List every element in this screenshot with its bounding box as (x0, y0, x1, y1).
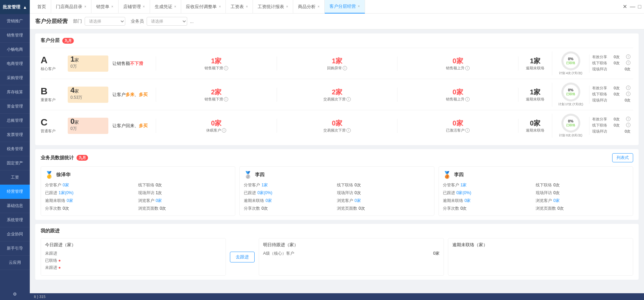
goto-followup-button[interactable]: 去跟进 (230, 252, 255, 262)
sidebar-item-micro-ecom[interactable]: 小畅电商 (0, 43, 30, 57)
staff-card-1: 🥈 李四 分管客户 1家 线下联络 0次 已跟进 0家(0%) 现场拜访 0次 … (239, 166, 434, 216)
tab-product-analysis[interactable]: 商品分析× (293, 0, 325, 14)
tier-circle-b: 0% 已联络 计划 17次 (7天/次) (552, 83, 589, 107)
tab-close-sales-order[interactable]: × (111, 5, 113, 8)
tab-customer-tier[interactable]: 客户分层经营× (325, 0, 365, 14)
staff-card-0: 🥇 徐泽华 分管客户 0家 线下联络 0次 已跟进 1家(0%) 现场拜访 1次… (41, 166, 235, 216)
info-icon[interactable]: i (465, 66, 470, 70)
staff-stat: 分管客户 0家 (45, 182, 138, 188)
tier-metric: 1家 销售额下滑 i (156, 56, 277, 71)
sidebar-item-assets[interactable]: 固定资产 (0, 156, 30, 170)
staff-stat: 分管客户 1家 (244, 182, 337, 188)
tomorrow-followup-title: 明日待跟进（家） (263, 242, 439, 248)
extra-info-icon[interactable]: i (626, 123, 630, 127)
sidebar-item-payroll[interactable]: 工资 (0, 170, 30, 185)
staff-stat: 线下联络 0次 (337, 182, 430, 188)
info-icon[interactable]: i (346, 97, 351, 101)
extra-info-icon[interactable]: i (626, 61, 630, 65)
tab-payroll-stat[interactable]: 工资统计报表× (253, 0, 293, 14)
tab-expand-icon[interactable]: □ (638, 4, 641, 10)
tier-circle-a: 0% 已联络 计划 4次 (7天/次) (552, 51, 589, 75)
staff-stat: 分享次数 0次 (45, 206, 138, 211)
sidebar-header[interactable]: 批发管理 ▲ (0, 0, 30, 14)
sidebar-item-cloud[interactable]: 云应用 (0, 256, 30, 270)
sidebar-item-invoice[interactable]: 发票管理 (0, 128, 30, 142)
staff-select[interactable]: 请选择 (147, 17, 187, 26)
tier-row-a: A 核心客户 1家 0万 让销售额不下滑 1家 销售额下滑 i 1家 回购异常 … (41, 48, 633, 79)
tab-close-product-analysis[interactable]: × (318, 5, 320, 8)
sidebar-item-base[interactable]: 基础信息 (0, 199, 30, 213)
tab-receivable[interactable]: 应收应付调整单× (181, 0, 226, 14)
tab-voucher[interactable]: 生成凭证× (150, 0, 181, 14)
content-header: 客户分层经营 部门 请选择 业务员 请选择 ... (30, 14, 644, 29)
tab-sales-order[interactable]: 销货单× (91, 0, 119, 14)
info-icon[interactable]: i (222, 128, 226, 133)
tier-tip-b: 让客户多来、多买 (108, 92, 156, 98)
sidebar-item-inventory[interactable]: 库存核算 (0, 85, 30, 99)
progress-circle: 0% 已联络 (561, 83, 580, 101)
tab-store-products[interactable]: 门店商品目录× (51, 0, 91, 14)
staff-name-1: 李四 (255, 172, 264, 178)
info-icon[interactable]: i (224, 66, 228, 70)
info-icon[interactable]: i (465, 128, 470, 133)
tab-close-payroll-stat[interactable]: × (286, 5, 288, 8)
info-icon[interactable]: i (465, 97, 470, 101)
extra-info-icon[interactable]: i (626, 92, 630, 96)
tier-contact-a: 1家 逾期未联络 (518, 56, 552, 71)
gear-icon[interactable]: ⚙ (0, 288, 30, 300)
tab-close-voucher[interactable]: × (174, 5, 176, 8)
month-badge: 九月 (62, 38, 74, 44)
sidebar-item-marketing[interactable]: 营销推广 (0, 14, 30, 28)
followup-title: 我的跟进 (41, 228, 633, 234)
list-view-button[interactable]: 列表式 (612, 153, 633, 162)
info-icon[interactable]: i (343, 66, 347, 70)
dept-select[interactable]: 请选择 (85, 17, 125, 26)
tab-close-payroll-table[interactable]: × (246, 5, 248, 8)
sidebar-item-finance[interactable]: 资金管理 (0, 99, 30, 114)
tab-bar: 首页门店商品目录×销货单×店铺管理×生成凭证×应收应付调整单×工资表×工资统计报… (30, 0, 644, 14)
sidebar-item-collab[interactable]: 企业协同 (0, 227, 30, 241)
more-options-icon[interactable]: ... (190, 19, 194, 24)
extra-info-icon[interactable]: i (626, 117, 630, 121)
tier-count-a: 1家 0万 (68, 53, 108, 74)
staff-stat: 已跟进 1家(0%) (45, 190, 138, 196)
staff-stat: 逾期未联络 0家 (443, 198, 536, 204)
sidebar-item-system[interactable]: 系统管理 (0, 213, 30, 227)
tier-count-b: 4家 0.53万 (68, 85, 108, 105)
sidebar: 批发管理 ▲ 营销推广销售管理小畅电商电商管理采购管理库存核算资金管理总账管理发… (0, 0, 30, 300)
sidebar-item-tax[interactable]: 税务管理 (0, 142, 30, 156)
tier-extra-b: 有效分享 0次 i 线下联络 0次 i 现场拜访 0次 (589, 86, 633, 104)
sidebar-item-guide[interactable]: 新手引导 (0, 241, 30, 256)
tomorrow-followup-card: 明日待跟进（家） A级（核心）客户 0家 (259, 238, 444, 276)
sidebar-item-sales[interactable]: 销售管理 (0, 28, 30, 43)
sidebar-item-purchase[interactable]: 采购管理 (0, 71, 30, 85)
tab-close-receivable[interactable]: × (219, 5, 221, 8)
sidebar-item-ops[interactable]: 经营管理 (0, 185, 30, 199)
today-followup-card: 今日跟进（家） 未跟进 已联络 ● 未跟进 ● (41, 238, 226, 276)
tab-store-mgmt[interactable]: 店铺管理× (119, 0, 150, 14)
tier-circle-c: 0% 已联络 计划 0次 (0天/次) (552, 114, 589, 138)
dept-label: 部门 (73, 18, 82, 24)
goto-btn-wrapper: 去跟进 (230, 238, 255, 276)
sidebar-item-ledger[interactable]: 总账管理 (0, 114, 30, 128)
staff-grid-1: 分管客户 1家 线下联络 0次 已跟进 0家(0%) 现场拜访 0次 逾期未联络… (244, 182, 430, 211)
tab-home[interactable]: 首页 (33, 0, 51, 14)
tab-close-all-icon[interactable]: ✕ (623, 3, 627, 10)
sidebar-collapse-icon[interactable]: ▲ (23, 5, 27, 10)
customer-tier-title: 客户分层 九月 (41, 38, 633, 44)
tier-metric: 0家 销售额上升 i (397, 56, 518, 71)
tab-shrink-icon[interactable]: — (630, 4, 635, 10)
tab-close-store-products[interactable]: × (84, 5, 86, 8)
info-icon[interactable]: i (224, 97, 228, 101)
info-icon[interactable]: i (346, 128, 351, 133)
tab-close-customer-tier[interactable]: × (358, 4, 360, 8)
extra-info-icon[interactable]: i (626, 86, 630, 90)
staff-grid-2: 分管客户 1家 线下联络 0次 已跟进 0家(0%) 现场拜访 0次 逾期未联络… (443, 182, 629, 211)
staff-stat: 浏览客户 0家 (138, 198, 231, 204)
tier-metric: 0家 休眠客户 i (156, 119, 277, 133)
extra-info-icon[interactable]: i (626, 54, 630, 59)
tab-close-store-mgmt[interactable]: × (143, 5, 145, 8)
tab-payroll-table[interactable]: 工资表× (226, 0, 253, 14)
status-text: It } 315 (34, 295, 45, 299)
sidebar-item-ecom[interactable]: 电商管理 (0, 57, 30, 71)
